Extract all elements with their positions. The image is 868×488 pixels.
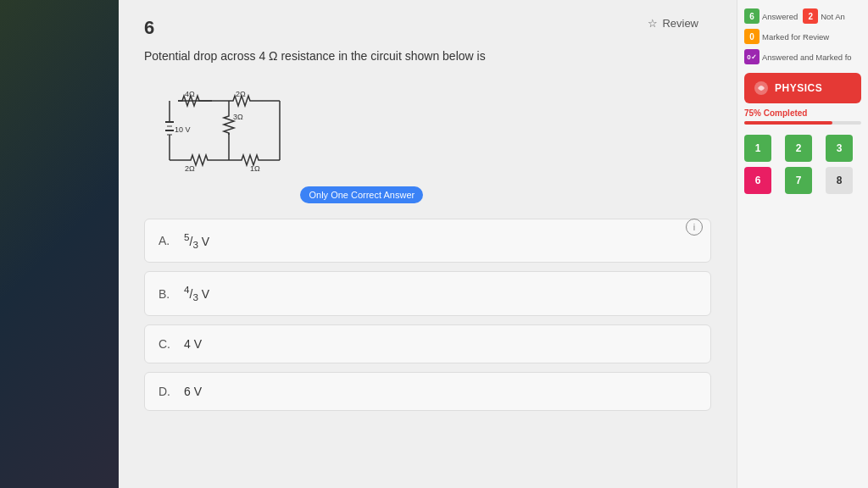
marked-status: 0 Marked for Review xyxy=(744,29,829,44)
q-btn-6[interactable]: 6 xyxy=(744,167,771,194)
status-row-3: 0✓ Answered and Marked fo xyxy=(744,49,861,64)
right-sidebar: 6 Answered 2 Not An 0 Marked for Review … xyxy=(737,0,868,488)
info-icon[interactable]: i xyxy=(686,219,703,236)
q-btn-1[interactable]: 1 xyxy=(744,135,771,162)
option-b[interactable]: B. 4/3 V xyxy=(144,271,711,315)
star-icon: ☆ xyxy=(648,17,658,30)
svg-text:3Ω: 3Ω xyxy=(233,113,243,121)
progress-bar-fill xyxy=(744,121,832,125)
left-background xyxy=(0,0,119,488)
option-a-text: 5/3 V xyxy=(184,231,209,250)
answered-status: 6 Answered xyxy=(744,8,798,24)
option-b-label: B. xyxy=(159,287,175,301)
status-row-2: 0 Marked for Review xyxy=(744,29,861,44)
option-c-text: 4 V xyxy=(184,337,202,351)
answered-dot: 6 xyxy=(744,8,760,24)
option-a-label: A. xyxy=(159,234,175,247)
option-a[interactable]: A. 5/3 V xyxy=(144,219,711,263)
circuit-diagram: 4Ω 2Ω 1Ω 2Ω xyxy=(161,84,297,181)
svg-text:1Ω: 1Ω xyxy=(250,164,260,173)
question-area: 6 ☆ Review Potential drop across 4 Ω res… xyxy=(119,0,737,488)
subject-icon xyxy=(753,80,770,97)
review-label: Review xyxy=(662,17,698,30)
q-btn-8[interactable]: 8 xyxy=(826,167,853,194)
option-d-text: 6 V xyxy=(184,385,202,398)
status-row-1: 6 Answered 2 Not An xyxy=(744,8,861,24)
answered-marked-label: Answered and Marked fo xyxy=(762,53,852,62)
question-number: 6 xyxy=(144,17,711,39)
option-b-text: 4/3 V xyxy=(184,284,209,302)
question-grid: 1 2 3 6 7 8 xyxy=(744,135,861,194)
option-c-label: C. xyxy=(159,337,175,351)
progress-text: 75% Completed xyxy=(744,108,861,118)
svg-text:10 V: 10 V xyxy=(175,125,191,134)
q-btn-7[interactable]: 7 xyxy=(785,167,812,194)
marked-dot: 0 xyxy=(744,29,760,44)
answered-marked-status: 0✓ Answered and Marked fo xyxy=(744,49,852,64)
review-button[interactable]: ☆ Review xyxy=(648,17,698,30)
options-list: A. 5/3 V B. 4/3 V C. 4 V D. 6 V xyxy=(144,219,711,411)
svg-text:2Ω: 2Ω xyxy=(185,164,195,173)
subject-name: PHYSICS xyxy=(775,82,822,94)
progress-bar-background xyxy=(744,121,861,125)
answered-marked-dot: 0✓ xyxy=(744,49,760,64)
option-d[interactable]: D. 6 V xyxy=(144,372,711,411)
q-btn-3[interactable]: 3 xyxy=(826,135,853,162)
option-d-label: D. xyxy=(159,385,175,398)
not-answered-dot: 2 xyxy=(803,8,818,24)
main-content: 6 ☆ Review Potential drop across 4 Ω res… xyxy=(119,0,868,488)
answered-label: Answered xyxy=(762,12,798,21)
answer-type-badge: Only One Correct Answer xyxy=(300,186,423,203)
not-answered-status: 2 Not An xyxy=(803,8,845,24)
option-c[interactable]: C. 4 V xyxy=(144,324,711,363)
question-text: Potential drop across 4 Ω resistance in … xyxy=(144,47,711,65)
marked-label: Marked for Review xyxy=(762,32,829,42)
not-answered-label: Not An xyxy=(821,12,845,21)
q-btn-2[interactable]: 2 xyxy=(785,135,812,162)
subject-card: PHYSICS xyxy=(744,73,861,103)
